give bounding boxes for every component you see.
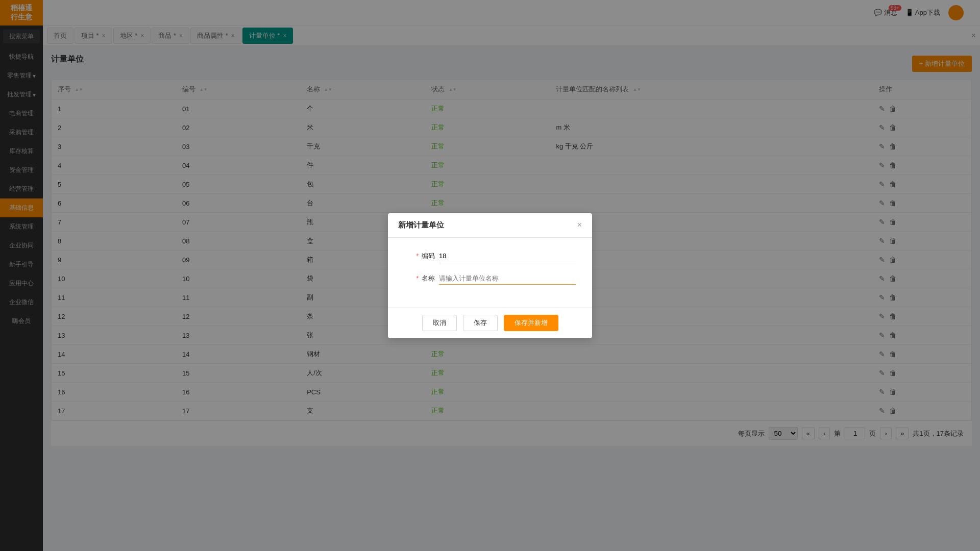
name-input[interactable] [439,272,576,285]
modal-title: 新增计量单位 [398,220,444,230]
code-input[interactable] [439,250,576,262]
name-label: * 名称 [404,274,435,283]
code-form-row: * 编码 [404,250,576,262]
name-form-row: * 名称 [404,272,576,285]
name-label-text: 名称 [422,274,435,282]
modal-body: * 编码 * 名称 [388,238,592,307]
cancel-button[interactable]: 取消 [422,315,457,331]
modal-overlay[interactable]: 新增计量单位 × * 编码 * 名称 取消 保存 保存并新增 [0,0,980,551]
modal-close-button[interactable]: × [577,220,582,230]
save-button[interactable]: 保存 [463,315,498,331]
required-star-code: * [416,252,419,260]
code-label: * 编码 [404,252,435,261]
modal-header: 新增计量单位 × [388,213,592,238]
save-and-new-button[interactable]: 保存并新增 [504,315,558,331]
add-unit-modal: 新增计量单位 × * 编码 * 名称 取消 保存 保存并新增 [388,213,592,338]
modal-footer: 取消 保存 保存并新增 [388,307,592,338]
required-star-name: * [416,274,419,282]
code-label-text: 编码 [422,252,435,260]
